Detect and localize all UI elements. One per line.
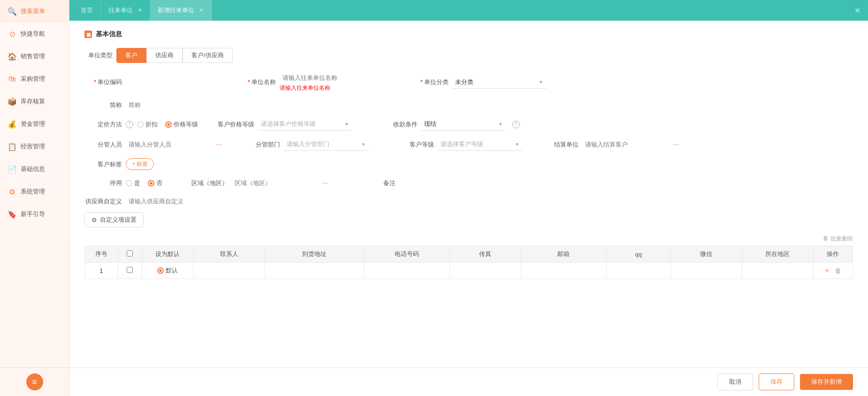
manager-input[interactable] [126,139,210,150]
custom-settings-button[interactable]: ⚙ 自定义项设置 [84,212,144,227]
disable-no-radio[interactable]: 否 [148,179,162,187]
add-tag-button[interactable]: + 标签 [126,158,154,170]
system-icon: ⚙ [8,187,17,196]
col-email: 邮箱 [521,246,606,263]
save-new-button[interactable]: 保存并新增 [800,374,853,390]
save-button[interactable]: 保存 [759,373,794,390]
tab-contact-list-close[interactable]: ✕ [137,7,142,14]
payment-terms-help-icon[interactable]: ? [512,121,520,128]
unit-name-label: 单位名称 [238,78,276,86]
unit-category-field: 单位分类 未分类 ▼ [411,76,546,89]
manager-field: 分管人员 ··· [84,139,224,150]
abbr-input[interactable] [126,100,220,110]
tab-home[interactable]: 首页 [73,0,101,21]
pricing-help-icon[interactable]: ? [126,121,133,128]
section-header: ▣ 基本信息 [84,30,853,39]
customer-price-select[interactable]: 请选择客户价格等级 ▼ [258,118,352,131]
pricing-discount-radio[interactable]: 折扣 [137,120,158,129]
dept-label: 分管部门 [243,140,280,149]
row-contact-input[interactable] [210,267,248,274]
select-all-checkbox[interactable] [127,250,133,256]
row-email-cell [521,263,606,279]
unit-category-label: 单位分类 [411,78,449,86]
unit-category-select[interactable]: 未分类 ▼ [452,76,546,89]
dept-chevron: ▼ [361,142,365,147]
abbr-row: 简称 [84,100,853,110]
row-address-input[interactable] [286,267,343,274]
settlement-input[interactable] [582,139,667,150]
customer-tag-label: 客户标签 [84,160,122,169]
unit-name-input[interactable] [280,72,383,83]
type-btn-both[interactable]: 客户/供应商 [183,48,233,63]
footer: 取消 保存 保存并新增 [69,367,868,396]
sidebar-item-quick-nav[interactable]: ⊙ 快捷导航 [0,23,69,45]
row-phone-input[interactable] [383,267,430,274]
remark-input[interactable] [399,178,540,188]
row-region-input[interactable] [759,267,796,274]
sidebar-item-finance[interactable]: 💰 资金管理 [0,113,69,135]
code-name-category-row: 单位编码 000009 单位名称 请输入往来单位名称 单位分类 未分类 ▼ [84,72,853,92]
main-area: 首页 往来单位 ✕ 新增往来单位 ✕ ✕ ▣ 基本信息 单位类型 客户 供应商 … [69,0,868,396]
tab-contact-list[interactable]: 往来单位 ✕ [101,0,150,21]
row-qq-input[interactable] [622,267,655,274]
sidebar-item-guide[interactable]: 🔖 新手引导 [0,203,69,225]
sidebar-item-operations[interactable]: 📋 经营管理 [0,135,69,158]
sales-icon: 🏠 [8,52,17,61]
tabbar-close-all[interactable]: ✕ [854,6,860,15]
tab-new-contact[interactable]: 新增往来单位 ✕ [150,0,212,21]
row-wechat-cell [670,263,742,279]
region-field: 区域（地区） ··· [190,178,330,188]
disable-yes-radio[interactable]: 是 [126,179,140,187]
col-qq: qq [606,246,670,263]
cancel-button[interactable]: 取消 [717,373,753,390]
row-email-input[interactable] [540,267,587,274]
sidebar-item-search[interactable]: 🔍 搜索菜单 [0,0,69,23]
supplier-custom-input[interactable] [126,196,229,207]
operations-icon: 📋 [8,142,17,151]
row-qq-cell [606,263,670,279]
row-wechat-input[interactable] [687,267,725,274]
pricing-level-radio[interactable]: 价格等级 [165,120,198,129]
sidebar-item-sales[interactable]: 🏠 销售管理 [0,45,69,68]
col-default: 设为默认 [142,246,193,263]
payment-terms-select[interactable]: 现结 ▼ [421,118,506,131]
purchase-icon: 🛍 [8,74,17,84]
unit-name-error: 请输入往来单位名称 [280,84,383,92]
batch-delete-area: 🗑 批量删除 [84,235,853,243]
payment-terms-field: 收款条件 现结 ▼ ? [380,118,520,131]
batch-delete-btn[interactable]: 批量删除 [830,235,853,243]
type-btn-customer[interactable]: 客户 [116,48,146,63]
payment-terms-label: 收款条件 [380,120,418,129]
supplier-custom-label: 供应商自定义 [84,197,122,206]
tab-new-contact-close[interactable]: ✕ [199,7,204,14]
row-region-cell [742,263,813,279]
sidebar-item-basic-info[interactable]: 📄 基础信息 [0,158,69,180]
manager-dots-btn[interactable]: ··· [214,140,224,149]
sidebar-expand-btn[interactable]: ≡ [26,373,43,390]
region-dots-btn[interactable]: ··· [320,179,330,187]
sidebar-item-inventory[interactable]: 📦 库存核算 [0,90,69,113]
settlement-dots-btn[interactable]: ··· [670,140,680,149]
del-row-button[interactable]: 🗑 [835,267,841,274]
disable-label: 停用 [84,179,122,187]
unit-code-input[interactable]: 000009 [126,77,220,88]
pricing-discount-circle [137,121,144,128]
add-row-button[interactable]: + [825,266,829,274]
customer-level-select[interactable]: 请选择客户等级 ▼ [438,138,522,151]
row-check-cell [118,263,142,279]
disable-region-row: 停用 是 否 区域（地区） ··· [84,178,853,188]
row-fax-input[interactable] [466,267,504,274]
sidebar-item-system[interactable]: ⚙ 系统管理 [0,180,69,203]
disable-field: 停用 是 否 [84,179,162,187]
row-checkbox[interactable] [127,267,133,273]
abbr-field: 简称 [84,100,853,110]
pricing-method-field: 定价方法 ? 折扣 价格等级 [84,120,198,129]
row-default-radio[interactable]: 默认 [147,266,189,275]
sidebar-item-purchase[interactable]: 🛍 采购管理 [0,68,69,90]
table-header-row: 序号 设为默认 联系人 到货地址 电话号码 传真 邮箱 qq 微信 所在地区 操… [85,246,853,263]
customer-price-label: 客户价格等级 [217,120,254,129]
region-input[interactable] [232,178,316,188]
col-wechat: 微信 [670,246,742,263]
type-btn-supplier[interactable]: 供应商 [146,48,183,63]
dept-select[interactable]: 请输入分管部门 ▼ [284,138,368,151]
